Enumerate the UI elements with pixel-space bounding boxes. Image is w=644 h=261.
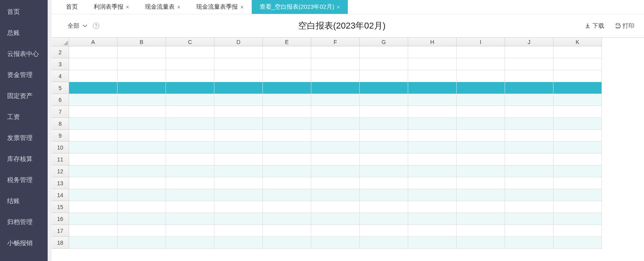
cell[interactable] <box>214 177 263 189</box>
cell[interactable] <box>214 82 263 94</box>
cell[interactable] <box>457 225 505 237</box>
cell[interactable] <box>69 237 118 249</box>
cell[interactable] <box>360 165 408 177</box>
cell[interactable] <box>553 70 602 82</box>
cell[interactable] <box>118 237 166 249</box>
cell[interactable] <box>263 154 311 165</box>
cell[interactable] <box>553 201 602 213</box>
cell[interactable] <box>214 154 263 165</box>
sidebar-item-archive[interactable]: 归档管理 <box>0 212 52 233</box>
cell[interactable] <box>553 154 602 165</box>
cell[interactable] <box>360 142 408 154</box>
cell[interactable] <box>69 177 118 189</box>
tab-home[interactable]: 首页 <box>58 0 86 14</box>
cell[interactable] <box>263 177 311 189</box>
cell[interactable] <box>505 165 553 177</box>
cell[interactable] <box>263 82 311 94</box>
cell[interactable] <box>457 58 505 70</box>
cell[interactable] <box>311 82 360 94</box>
cell[interactable] <box>360 130 408 142</box>
row-header[interactable]: 16 <box>52 213 69 225</box>
cell[interactable] <box>214 165 263 177</box>
cell[interactable] <box>457 165 505 177</box>
cell[interactable] <box>166 58 214 70</box>
cell[interactable] <box>360 237 408 249</box>
row-header[interactable]: 13 <box>52 177 69 189</box>
cell[interactable] <box>408 118 457 130</box>
cell[interactable] <box>263 165 311 177</box>
cell[interactable] <box>311 165 360 177</box>
cell[interactable] <box>214 106 263 118</box>
row-header[interactable]: 14 <box>52 189 69 201</box>
cell[interactable] <box>69 201 118 213</box>
cell[interactable] <box>166 70 214 82</box>
cell[interactable] <box>263 70 311 82</box>
row-header[interactable]: 17 <box>52 225 69 237</box>
cell[interactable] <box>553 58 602 70</box>
tab-profit-quarter[interactable]: 利润表季报 × <box>86 0 137 14</box>
cell[interactable] <box>408 130 457 142</box>
cell[interactable] <box>408 46 457 58</box>
cell[interactable] <box>263 237 311 249</box>
cell[interactable] <box>457 46 505 58</box>
cell[interactable] <box>118 225 166 237</box>
cell[interactable] <box>553 165 602 177</box>
cell[interactable] <box>408 106 457 118</box>
column-header[interactable]: A <box>69 38 118 46</box>
cell[interactable] <box>263 58 311 70</box>
cell[interactable] <box>166 130 214 142</box>
row-header[interactable]: 5 <box>52 82 69 94</box>
cell[interactable] <box>118 118 166 130</box>
column-header[interactable]: F <box>311 38 360 46</box>
cell[interactable] <box>311 70 360 82</box>
cell[interactable] <box>69 154 118 165</box>
row-header[interactable]: 8 <box>52 118 69 130</box>
cell[interactable] <box>69 94 118 106</box>
cell[interactable] <box>311 130 360 142</box>
cell[interactable] <box>360 201 408 213</box>
cell[interactable] <box>263 213 311 225</box>
cell[interactable] <box>118 189 166 201</box>
cell[interactable] <box>69 46 118 58</box>
cell[interactable] <box>408 94 457 106</box>
cell[interactable] <box>69 58 118 70</box>
cell[interactable] <box>505 82 553 94</box>
cell[interactable] <box>408 165 457 177</box>
cell[interactable] <box>118 106 166 118</box>
column-header[interactable]: I <box>457 38 505 46</box>
cell[interactable] <box>505 46 553 58</box>
column-header[interactable]: J <box>505 38 553 46</box>
sidebar-item-invoice[interactable]: 发票管理 <box>0 128 52 149</box>
cell[interactable] <box>166 225 214 237</box>
cell[interactable] <box>505 177 553 189</box>
cell[interactable] <box>553 189 602 201</box>
column-header[interactable]: C <box>166 38 214 46</box>
cell[interactable] <box>457 82 505 94</box>
cell[interactable] <box>118 201 166 213</box>
cell[interactable] <box>505 94 553 106</box>
cell[interactable] <box>214 94 263 106</box>
cell[interactable] <box>214 201 263 213</box>
cell[interactable] <box>505 142 553 154</box>
cell[interactable] <box>505 118 553 130</box>
cell[interactable] <box>263 94 311 106</box>
cell[interactable] <box>263 189 311 201</box>
cell[interactable] <box>118 213 166 225</box>
cell[interactable] <box>311 225 360 237</box>
cell[interactable] <box>311 201 360 213</box>
cell[interactable] <box>408 58 457 70</box>
cell[interactable] <box>360 70 408 82</box>
cell[interactable] <box>360 225 408 237</box>
column-header[interactable]: G <box>360 38 408 46</box>
cell[interactable] <box>311 58 360 70</box>
cell[interactable] <box>263 201 311 213</box>
cell[interactable] <box>457 142 505 154</box>
row-header[interactable]: 2 <box>52 46 69 58</box>
cell[interactable] <box>408 70 457 82</box>
cell[interactable] <box>505 213 553 225</box>
cell[interactable] <box>214 189 263 201</box>
sidebar-item-funds[interactable]: 资金管理 <box>0 65 52 86</box>
cell[interactable] <box>263 118 311 130</box>
cell[interactable] <box>118 58 166 70</box>
tab-view-blank-report[interactable]: 查看_空白报表(2023年02月) × <box>252 0 348 14</box>
